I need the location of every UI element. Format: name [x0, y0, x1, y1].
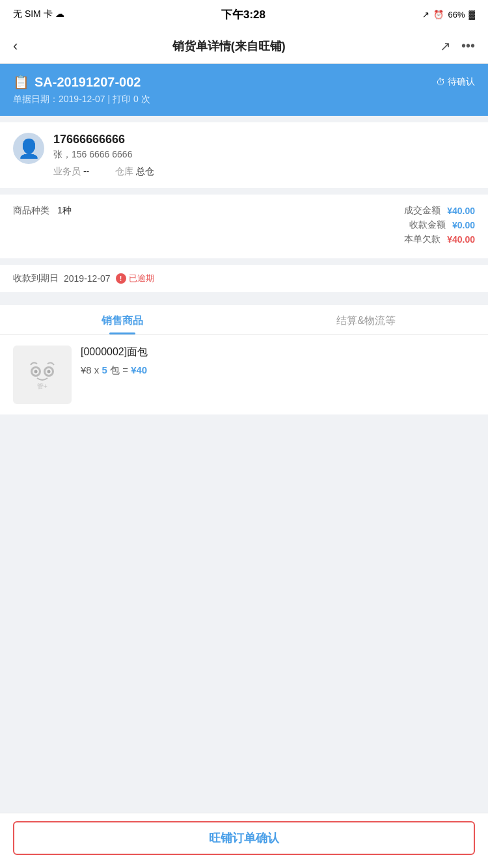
avatar: 👤: [13, 133, 44, 164]
page-title: 销货单详情(来自旺铺): [172, 38, 286, 54]
warehouse-field: 仓库 总仓: [115, 166, 154, 178]
sim-status: 无 SIM 卡 ☁: [13, 8, 64, 20]
battery-icon: ▓: [469, 10, 475, 20]
person-icon: 👤: [18, 138, 40, 159]
transaction-amount-value: ¥40.00: [447, 206, 475, 216]
svg-point-5: [47, 370, 51, 373]
product-quantity: 5: [102, 364, 107, 375]
back-button[interactable]: ‹: [13, 38, 18, 55]
battery-level: 66%: [448, 10, 465, 20]
due-amount-row: 本单欠款 ¥40.00: [404, 234, 475, 245]
overdue-icon: !: [116, 273, 126, 284]
product-unit: 包: [110, 364, 120, 375]
transaction-amount-label: 成交金额: [404, 205, 441, 217]
more-icon[interactable]: •••: [461, 38, 475, 53]
salesperson-value: --: [83, 166, 89, 176]
warehouse-label: 仓库: [115, 166, 133, 176]
tab-settlement[interactable]: 结算&物流等: [244, 305, 488, 334]
summary-card: 商品种类 1种 成交金额 ¥40.00 收款金额 ¥0.00 本单欠款 ¥40.…: [0, 195, 488, 258]
bottom-area: 旺铺订单确认: [0, 813, 488, 868]
content-area: [0, 414, 488, 558]
due-amount-label: 本单欠款: [404, 234, 441, 245]
overdue-text: 已逾期: [129, 273, 154, 284]
product-type-label: 商品种类: [13, 205, 49, 215]
status-bar: 无 SIM 卡 ☁ 下午3:28 ↗ ⏰ 66% ▓: [0, 0, 488, 29]
transaction-amount-row: 成交金额 ¥40.00: [404, 205, 475, 217]
customer-name: 张，156 6666 6666: [53, 149, 475, 161]
customer-meta: 业务员 -- 仓库 总仓: [53, 166, 475, 178]
confirm-order-button[interactable]: 旺铺订单确认: [13, 821, 475, 855]
product-price: ¥8: [81, 364, 92, 375]
nav-bar: ‹ 销货单详情(来自旺铺) ↗ •••: [0, 29, 488, 64]
tab-sales-products[interactable]: 销售商品: [0, 305, 244, 334]
product-total: ¥40: [131, 364, 147, 375]
product-item: 管+ [0000002]面包 ¥8 x 5 包 = ¥40: [0, 335, 488, 414]
amounts-section: 成交金额 ¥40.00 收款金额 ¥0.00 本单欠款 ¥40.00: [404, 205, 475, 248]
product-price-row: ¥8 x 5 包 = ¥40: [81, 364, 475, 377]
collected-amount-label: 收款金额: [409, 219, 446, 231]
order-id: 📋 SA-20191207-002: [13, 74, 141, 90]
customer-info: 17666666666 张，156 6666 6666 业务员 -- 仓库 总仓: [53, 133, 475, 178]
location-icon: ↗: [422, 10, 429, 20]
product-image: 管+: [13, 346, 72, 404]
order-header: 📋 SA-20191207-002 ⏱ 待确认 单据日期：2019-12-07 …: [0, 64, 488, 116]
order-id-row: 📋 SA-20191207-002 ⏱ 待确认: [13, 74, 475, 90]
collected-amount-row: 收款金额 ¥0.00: [404, 219, 475, 231]
due-date-value: 2019-12-07: [64, 273, 111, 284]
status-left: 无 SIM 卡 ☁: [13, 8, 64, 20]
status-clock-icon: ⏱: [436, 77, 445, 87]
salesperson-label: 业务员: [53, 166, 81, 176]
collected-amount-value: ¥0.00: [452, 220, 475, 230]
warehouse-value: 总仓: [136, 166, 154, 176]
divider-1: [0, 299, 488, 305]
due-date-label: 收款到期日: [13, 273, 59, 284]
svg-text:管+: 管+: [37, 383, 47, 390]
order-status: ⏱ 待确认: [436, 76, 475, 88]
due-date-section: 收款到期日 2019-12-07 ! 已逾期: [0, 265, 488, 292]
salesperson-field: 业务员 --: [53, 166, 89, 178]
logo-svg: 管+: [23, 353, 62, 392]
tabs-bar: 销售商品 结算&物流等: [0, 305, 488, 335]
alarm-icon: ⏰: [433, 10, 444, 20]
due-amount-value: ¥40.00: [447, 234, 475, 245]
status-right: ↗ ⏰ 66% ▓: [422, 10, 475, 20]
svg-point-4: [34, 370, 38, 373]
product-type-value: 1种: [57, 205, 72, 215]
equals-symbol: =: [122, 364, 131, 375]
order-date: 单据日期：2019-12-07 | 打印 0 次: [13, 94, 475, 105]
share-icon[interactable]: ↗: [440, 38, 451, 54]
customer-phone: 17666666666: [53, 133, 475, 146]
product-name: [0000002]面包: [81, 346, 475, 359]
customer-section: 👤 17666666666 张，156 6666 6666 业务员 -- 仓库 …: [13, 133, 475, 178]
product-type-field: 商品种类 1种: [13, 205, 72, 217]
product-logo-icon: 管+: [23, 353, 62, 397]
product-info: [0000002]面包 ¥8 x 5 包 = ¥40: [81, 346, 475, 377]
summary-section: 商品种类 1种 成交金额 ¥40.00 收款金额 ¥0.00 本单欠款 ¥40.…: [13, 205, 475, 248]
customer-card: 👤 17666666666 张，156 6666 6666 业务员 -- 仓库 …: [0, 122, 488, 188]
order-id-icon: 📋: [13, 74, 29, 90]
status-time: 下午3:28: [221, 7, 265, 22]
overdue-badge: ! 已逾期: [116, 273, 154, 284]
nav-actions: ↗ •••: [440, 38, 475, 54]
multiply-symbol: x: [94, 364, 102, 375]
